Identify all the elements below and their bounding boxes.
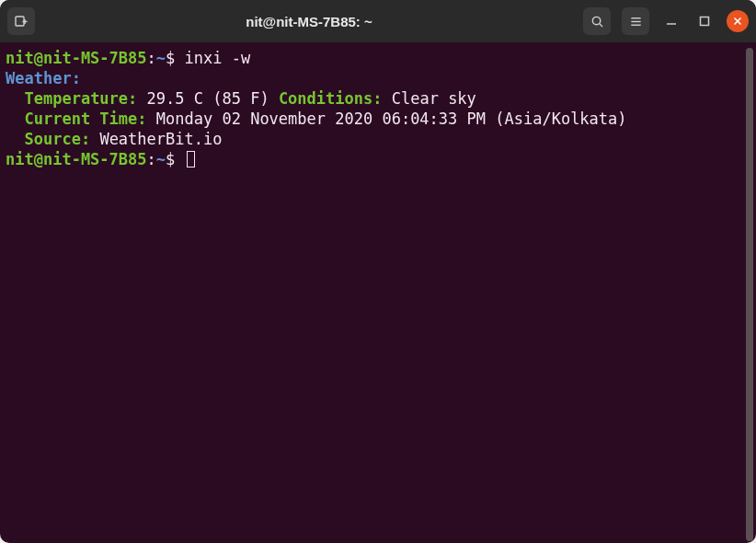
svg-rect-7	[701, 17, 709, 26]
current-time-value: Monday 02 November 2020 06:04:33 PM (Asi…	[156, 110, 627, 128]
prompt-colon: :	[147, 49, 156, 67]
minimize-icon	[666, 16, 677, 27]
hamburger-icon	[629, 15, 643, 29]
new-tab-button[interactable]	[7, 7, 35, 35]
entered-command: inxi -w	[185, 49, 251, 67]
new-tab-icon	[14, 14, 29, 29]
terminal-window: nit@nit-MS-7B85: ~	[0, 0, 756, 543]
prompt-path: ~	[156, 49, 166, 67]
weather-heading: Weather:	[6, 69, 81, 87]
svg-line-2	[599, 23, 601, 26]
prompt-user-host-2: nit@nit-MS-7B85	[6, 150, 147, 168]
window-title: nit@nit-MS-7B85: ~	[39, 14, 579, 29]
menu-button[interactable]	[622, 7, 649, 35]
current-time-label: Current Time:	[24, 110, 146, 128]
close-button[interactable]	[727, 10, 749, 32]
titlebar: nit@nit-MS-7B85: ~	[0, 0, 756, 42]
maximize-button[interactable]	[693, 10, 716, 32]
search-button[interactable]	[583, 7, 611, 35]
conditions-value: Clear sky	[392, 89, 476, 108]
close-icon	[733, 17, 742, 26]
prompt-user-host: nit@nit-MS-7B85	[6, 49, 147, 67]
source-value: WeatherBit.io	[99, 130, 222, 148]
prompt-path-2: ~	[156, 150, 166, 168]
cursor	[187, 151, 195, 168]
terminal-body[interactable]: nit@nit-MS-7B85:~$ inxi -w Weather: Temp…	[0, 42, 756, 543]
temperature-label: Temperature:	[24, 89, 137, 108]
temperature-value: 29.5 C (85 F)	[147, 89, 269, 108]
minimize-button[interactable]	[660, 10, 682, 32]
maximize-icon	[699, 16, 710, 27]
conditions-label: Conditions:	[279, 89, 383, 108]
svg-point-1	[592, 17, 600, 24]
prompt-colon-2: :	[147, 150, 156, 168]
prompt-dollar-2: $	[166, 150, 175, 168]
search-icon	[590, 15, 604, 29]
prompt-dollar: $	[166, 49, 175, 67]
scrollbar[interactable]	[746, 48, 753, 541]
source-label: Source:	[24, 130, 90, 148]
